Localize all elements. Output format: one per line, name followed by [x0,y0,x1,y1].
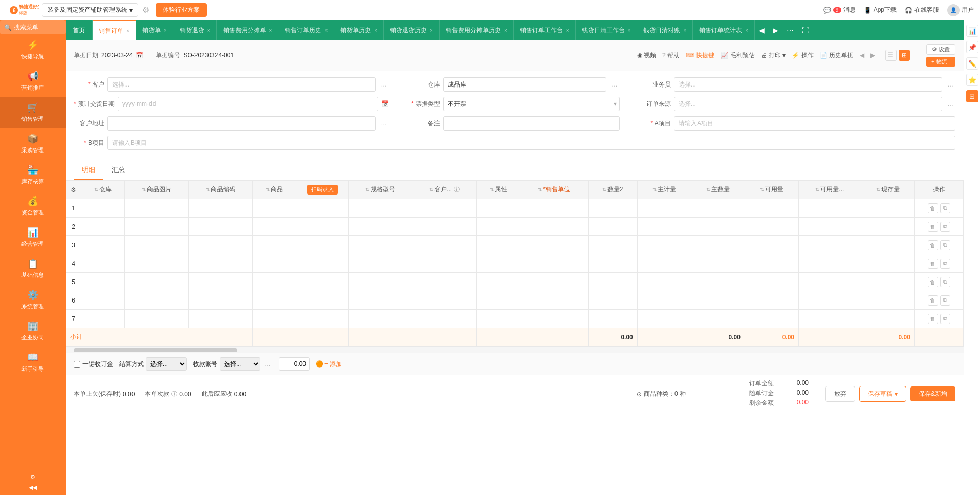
sidebar-item-system[interactable]: ⚙️ 系统管理 [0,284,66,315]
sidebar-item-enterprise[interactable]: 🏢 企业协同 [0,315,66,347]
tab-cost-split-history[interactable]: 销售费用分摊单历史 × [440,20,514,40]
row-4-product-code[interactable] [189,254,253,273]
row-5-available[interactable] [745,273,798,291]
tab-daily-reconcile[interactable]: 钱货日清对账 × [637,20,693,40]
row-7-customer-order[interactable] [412,310,477,328]
row-7-product-code[interactable] [189,310,253,328]
industry-solution-button[interactable]: 体验行业方案 [156,3,207,17]
salesperson-more-icon[interactable]: … [945,81,955,88]
row-4-product-img[interactable] [125,254,189,273]
row-5-main-unit[interactable] [637,273,691,291]
row-2-product-img[interactable] [125,218,189,236]
row-2-qty2[interactable] [588,218,637,236]
sidebar-search[interactable]: 🔍 搜索菜单 [0,20,66,34]
row-7-copy-button[interactable]: ⧉ [940,314,950,324]
row-7-main-qty[interactable] [691,310,745,328]
tab-order-workbench[interactable]: 销售订单工作台 × [514,20,576,40]
row-5-attr[interactable] [476,273,520,291]
one-click-checkbox-input[interactable] [74,361,80,368]
row-2-product-code[interactable] [189,218,253,236]
help-button[interactable]: ? 帮助 [662,51,680,60]
row-3-main-unit[interactable] [637,236,691,254]
row-1-product-code[interactable] [189,199,253,218]
row-1-spec[interactable] [348,199,412,218]
tab-prev-button[interactable]: ◀ [755,26,769,34]
tab-expand-button[interactable]: ⛶ [798,26,813,34]
row-6-stock[interactable] [861,291,914,310]
row-7-available2[interactable] [798,310,861,328]
one-click-deposit-checkbox[interactable]: 一键收订金 [74,360,113,369]
tab-close-cost-split[interactable]: × [269,28,272,33]
row-2-main-unit[interactable] [637,218,691,236]
history-bill-button[interactable]: 📄 历史单据 [820,51,854,60]
row-6-customer-order[interactable] [412,291,477,310]
hotkey-button[interactable]: ⌨ 快捷键 [686,51,714,60]
tab-home[interactable]: 首页 [66,20,93,40]
tab-next-button[interactable]: ▶ [769,26,782,34]
right-tool-grid[interactable]: ⊞ [966,90,978,102]
tab-sales-return[interactable]: 销货退货 × [173,20,217,40]
customer-input[interactable] [107,77,376,92]
sidebar-item-basic-info[interactable]: 📋 基础信息 [0,253,66,284]
tab-close-cost-split-history[interactable]: × [504,28,507,33]
col-scan[interactable]: 扫码录入 [296,181,349,199]
note-input[interactable] [443,116,620,131]
sidebar-item-sales[interactable]: 🛒 销售管理 [0,97,66,128]
row-1-available[interactable] [745,199,798,218]
order-source-input[interactable] [674,97,942,111]
tab-close-order-stats[interactable]: × [745,28,748,33]
row-4-customer-order[interactable] [412,254,477,273]
row-4-qty2[interactable] [588,254,637,273]
account-select[interactable]: 选择... [220,357,260,371]
project-a-input[interactable] [674,116,955,131]
row-7-warehouse[interactable] [81,310,125,328]
delivery-calendar-icon[interactable]: 📅 [381,100,389,107]
ticket-dropdown-icon[interactable]: ▾ [614,100,617,107]
app-download-item[interactable]: 📱 App下载 [864,6,897,14]
row-3-spec[interactable] [348,236,412,254]
row-2-unit[interactable] [520,218,588,236]
row-4-stock[interactable] [861,254,914,273]
row-6-product-code[interactable] [189,291,253,310]
payment-method-select[interactable]: 选择... [146,357,187,371]
sidebar-item-finance[interactable]: 💰 资金管理 [0,190,66,222]
tab-sales-invoice[interactable]: 销货单 × [136,20,173,40]
right-tool-star[interactable]: ⭐ [966,74,978,86]
row-2-copy-button[interactable]: ⧉ [940,222,950,232]
row-3-product[interactable] [253,236,296,254]
row-1-customer-order[interactable] [412,199,477,218]
row-2-warehouse[interactable] [81,218,125,236]
row-6-main-qty[interactable] [691,291,745,310]
row-1-main-unit[interactable] [637,199,691,218]
row-2-customer-order[interactable] [412,218,477,236]
row-5-main-qty[interactable] [691,273,745,291]
row-3-stock[interactable] [861,236,914,254]
sidebar-item-marketing[interactable]: 📢 营销推广 [0,66,66,97]
row-5-available2[interactable] [798,273,861,291]
save-new-button[interactable]: 保存&新增 [910,386,955,401]
row-3-available2[interactable] [798,236,861,254]
warehouse-more-icon[interactable]: … [609,81,620,88]
row-5-copy-button[interactable]: ⧉ [940,277,950,287]
row-3-product-img[interactable] [125,236,189,254]
tab-close-daily-reconcile[interactable]: × [683,28,686,33]
row-5-product-img[interactable] [125,273,189,291]
row-6-attr[interactable] [476,291,520,310]
right-tool-pin[interactable]: 📌 [966,41,978,53]
row-7-product[interactable] [253,310,296,328]
row-3-unit[interactable] [520,236,588,254]
row-3-customer-order[interactable] [412,236,477,254]
tab-close-order-history[interactable]: × [324,28,328,33]
tab-close-sales-return[interactable]: × [207,28,210,33]
tab-close-sales-order[interactable]: × [126,28,129,34]
operation-button[interactable]: ⚡ 操作 [792,51,813,60]
table-settings-icon[interactable]: ⚙ [71,186,76,193]
row-1-qty2[interactable] [588,199,637,218]
row-4-warehouse[interactable] [81,254,125,273]
sidebar-settings-item[interactable]: ⚙ [4,474,61,480]
row-6-available2[interactable] [798,291,861,310]
row-6-unit[interactable] [520,291,588,310]
sidebar-item-guide[interactable]: 📖 新手引导 [0,347,66,378]
logistics-button[interactable]: + 物流 [926,57,955,67]
tab-daily-workbench[interactable]: 钱货日清工作台 × [576,20,638,40]
